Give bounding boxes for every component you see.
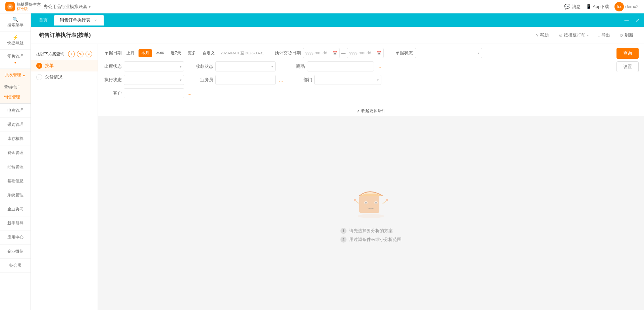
filter-row-1: 单据日期 上月 本月 本年 近7天 更多 自定义 [103, 48, 612, 58]
salesperson-group: 业务员 ... [195, 75, 283, 85]
settings-button[interactable]: 设置 [616, 61, 639, 72]
top-bar: 畅捷通好生意 标准版 办公用品行业模拟账套 ▾ 💬 消息 📱 App下载 Ea … [0, 0, 644, 13]
date-tab-current-month[interactable]: 本月 [139, 49, 152, 57]
date-tab-more[interactable]: 更多 [185, 49, 199, 57]
filter-btn-group: 查询 设置 [616, 48, 639, 72]
sidebar-item-wholesale[interactable]: 批发管理 ▲ [0, 69, 31, 81]
date-tabs: 上月 本月 本年 近7天 更多 自定义 [124, 49, 217, 57]
date-tab-last-month[interactable]: 上月 [124, 49, 137, 57]
app-download-button[interactable]: 📱 App下载 [586, 4, 609, 10]
tab-home[interactable]: 首页 [34, 15, 53, 25]
sidebar-section-wholesale: 批发管理 ▲ 营销推广 销售管理 [0, 69, 31, 104]
filter-row-4: 客户 ... [103, 88, 612, 98]
main-right-area: 单据日期 上月 本月 本年 近7天 更多 自定义 [98, 44, 644, 310]
date-tab-custom[interactable]: 自定义 [200, 49, 217, 57]
scheme-item-by-order[interactable]: ○ 按单 [31, 60, 98, 71]
customer-input[interactable] [124, 88, 184, 98]
step-2-num: 2 [340, 237, 346, 243]
sidebar-item-quick-nav[interactable]: ⚡ 快捷导航 [0, 32, 31, 50]
print-button[interactable]: 🖨 按模板打印 ▾ [555, 31, 591, 40]
message-button[interactable]: 💬 消息 [564, 4, 581, 10]
salesperson-dots-button[interactable]: ... [279, 77, 283, 83]
product-input[interactable] [307, 61, 374, 71]
export-button[interactable]: ↓ 导出 [595, 31, 613, 40]
refresh-button[interactable]: ↺ 刷新 [617, 31, 636, 40]
sidebar-item-system[interactable]: 系统管理 [0, 188, 31, 202]
shipment-status-label: 出库状态 [103, 63, 122, 69]
refresh-icon: ↺ [620, 33, 623, 38]
tab-bar-actions: — ⤢ [623, 16, 641, 24]
product-dots-button[interactable]: ... [377, 64, 381, 69]
svg-point-6 [375, 202, 377, 204]
help-button[interactable]: ? 帮助 [533, 31, 551, 40]
shipment-select-wrapper [124, 61, 184, 71]
svg-point-9 [354, 199, 356, 201]
page-body: 按以下方案查询 + ✎ « ○ 按单 ○ 欠货情况 [31, 44, 644, 310]
message-icon: 💬 [564, 4, 571, 10]
date-label: 单据日期 [103, 50, 122, 56]
sidebar-item-enterprise[interactable]: 企业协同 [0, 202, 31, 216]
page-inner: 销售订单执行表(按单) ? 帮助 🖨 按模板打印 ▾ ↓ 导出 [31, 27, 644, 310]
sidebar-item-member[interactable]: 畅会员 [0, 259, 31, 273]
sidebar-item-inventory[interactable]: 库存核算 [0, 132, 31, 146]
dept-select[interactable] [314, 75, 381, 85]
payment-select-wrapper [215, 61, 276, 71]
tab-close-icon[interactable]: × [93, 17, 98, 23]
product-group: 商品 ... [286, 61, 381, 71]
scheme-panel: 按以下方案查询 + ✎ « ○ 按单 ○ 欠货情况 [31, 44, 98, 310]
top-bar-left: 畅捷通好生意 标准版 办公用品行业模拟账套 ▾ [5, 2, 91, 11]
logo-text: 畅捷通好生意 标准版 [17, 2, 41, 11]
date-range-picker: yyyy-mm-dd 📅 — yyyy-mm-dd 📅 [303, 48, 384, 58]
sidebar-section-body: 营销推广 销售管理 [0, 81, 31, 103]
tab-minimize-button[interactable]: — [623, 16, 631, 24]
shipment-status-select[interactable] [124, 61, 184, 71]
tab-maximize-button[interactable]: ⤢ [633, 16, 641, 24]
sidebar-item-retail[interactable]: 零售管理 ▼ [0, 50, 31, 69]
scheme-by-debt-icon: ○ [36, 74, 42, 80]
page-header: 销售订单执行表(按单) ? 帮助 🖨 按模板打印 ▾ ↓ 导出 [31, 27, 644, 44]
date-start-input[interactable]: yyyy-mm-dd 📅 [303, 48, 340, 58]
user-profile[interactable]: Ea demo2 [614, 2, 639, 11]
sidebar-item-purchase[interactable]: 采购管理 [0, 118, 31, 132]
exec-status-select[interactable] [124, 75, 184, 85]
wholesale-chevron-icon: ▲ [22, 73, 26, 77]
doc-status-label: 单据状态 [394, 50, 413, 56]
tab-sales-order[interactable]: 销售订单执行表 × [54, 15, 104, 25]
payment-status-select[interactable] [215, 61, 276, 71]
step-1-num: 1 [340, 228, 346, 234]
sidebar-item-finance[interactable]: 资金管理 [0, 146, 31, 160]
date-end-input[interactable]: yyyy-mm-dd 📅 [347, 48, 384, 58]
breadcrumb-arrow-icon: ▾ [89, 4, 91, 9]
svg-rect-2 [359, 196, 379, 213]
salesperson-input[interactable] [215, 75, 276, 85]
date-tab-current-year[interactable]: 本年 [153, 49, 167, 57]
calendar-end-icon: 📅 [376, 51, 381, 55]
doc-status-group: 单据状态 [394, 48, 482, 58]
scheme-header: 按以下方案查询 + ✎ « [31, 48, 98, 60]
collapse-bar[interactable]: ∧ 收起更多条件 [98, 106, 644, 116]
empty-step-1: 1 请先选择要分析的方案 [340, 228, 401, 234]
search-button[interactable]: 查询 [616, 48, 639, 59]
sidebar-item-ecommerce[interactable]: 电商管理 [0, 104, 31, 118]
sidebar-item-newbie[interactable]: 新手引导 [0, 216, 31, 230]
customer-dots-button[interactable]: ... [187, 91, 192, 96]
date-tab-last-7-days[interactable]: 近7天 [168, 49, 184, 57]
help-icon: ? [536, 33, 538, 38]
sidebar-item-marketing[interactable]: 营销推广 [0, 83, 31, 92]
sidebar-item-wechat[interactable]: 企业微信 [0, 245, 31, 259]
scheme-collapse-button[interactable]: « [86, 51, 92, 57]
sidebar-item-apps[interactable]: 应用中心 [0, 230, 31, 245]
customer-group: 客户 ... [103, 88, 192, 98]
scheme-item-by-debt[interactable]: ○ 欠货情况 [31, 71, 98, 83]
logo-icon [5, 2, 15, 11]
sidebar-item-sales[interactable]: 销售管理 [0, 92, 31, 102]
filter-fields: 单据日期 上月 本月 本年 近7天 更多 自定义 [103, 48, 612, 102]
sidebar-item-basic[interactable]: 基础信息 [0, 174, 31, 188]
scheme-edit-button[interactable]: ✎ [77, 51, 84, 57]
sidebar-item-search-menu[interactable]: 🔍 搜索菜单 [0, 13, 31, 32]
filter-main-row: 单据日期 上月 本月 本年 近7天 更多 自定义 [103, 48, 639, 102]
collapse-chevron-icon: ∧ [357, 109, 360, 113]
sidebar-item-operations[interactable]: 经营管理 [0, 160, 31, 174]
scheme-add-button[interactable]: + [68, 51, 75, 57]
doc-status-select[interactable] [415, 48, 482, 58]
